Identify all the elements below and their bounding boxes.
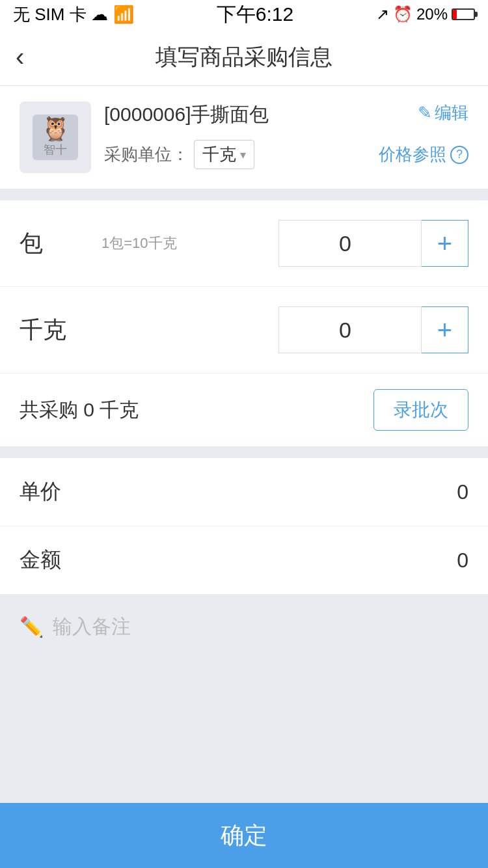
unit-label: 采购单位： [104,143,189,166]
quantity-section: 包 1包=10千克 + 千克 + [0,200,488,373]
amount-value: 0 [457,549,468,573]
bag-quantity-row: 包 1包=10千克 + [0,200,488,287]
bag-input-group: + [278,220,468,267]
logo-text: 智十 [44,142,67,157]
product-logo: 🦉 智十 [33,115,78,160]
wifi-icon: 📶 [113,5,134,25]
product-name: [0000006]手撕面包 [104,102,269,128]
amount-label: 金额 [20,546,61,575]
unit-price-label: 单价 [20,478,61,506]
batch-button[interactable]: 录批次 [373,389,468,431]
bag-label: 包 [20,228,98,260]
sim-label: 无 SIM 卡 ☁ [13,3,108,26]
back-button[interactable]: ‹ [16,42,24,72]
pencil-icon: ✏️ [20,616,44,638]
status-bar: 无 SIM 卡 ☁ 📶 下午6:12 ↗ ⏰ 20% [0,0,488,29]
product-unit-row: 采购单位： 千克 ▾ 价格参照 ? [104,140,468,169]
status-time: 下午6:12 [217,1,293,28]
status-right: ↗ ⏰ 20% [376,5,475,23]
battery-icon [452,8,475,20]
remark-section[interactable]: ✏️ 输入备注 [0,594,488,660]
price-section: 单价 0 金额 0 [0,458,488,594]
unit-select[interactable]: 千克 ▾ [194,140,254,169]
edit-label: 编辑 [435,102,468,124]
section-divider-2 [0,446,488,458]
plus-icon-2: + [437,316,452,345]
bag-plus-button[interactable]: + [422,220,468,267]
confirm-button[interactable]: 确定 [0,803,488,868]
bag-sublabel: 1包=10千克 [102,234,177,253]
product-header: [0000006]手撕面包 ✎ 编辑 [104,102,468,128]
battery-percent: 20% [416,5,448,23]
product-card: 🦉 智十 [0000006]手撕面包 ✎ 编辑 采购单位： 千克 ▾ 价格参照 … [0,86,488,189]
price-ref-label: 价格参照 [379,143,446,166]
product-info: [0000006]手撕面包 ✎ 编辑 采购单位： 千克 ▾ 价格参照 ? [104,102,468,169]
unit-select-text: 千克 [202,143,236,166]
kg-plus-button[interactable]: + [422,306,468,353]
edit-icon: ✎ [418,103,432,123]
price-ref-button[interactable]: 价格参照 ? [379,143,468,166]
edit-button[interactable]: ✎ 编辑 [418,102,468,124]
chevron-down-icon: ▾ [240,148,246,162]
plus-icon: + [437,229,452,258]
section-divider-1 [0,189,488,200]
alarm-icon: ⏰ [393,5,413,23]
kg-input-group: + [278,306,468,353]
total-text: 共采购 0 千克 [20,397,139,424]
location-icon: ↗ [376,5,389,23]
unit-price-value: 0 [457,480,468,504]
kg-quantity-row: 千克 + [0,287,488,373]
bag-quantity-input[interactable] [278,220,422,267]
kg-label: 千克 [20,314,98,346]
nav-bar: ‹ 填写商品采购信息 [0,29,488,86]
page-title: 填写商品采购信息 [156,42,332,72]
remark-placeholder: 输入备注 [53,614,131,640]
owl-icon: 🦉 [41,117,70,141]
kg-quantity-input[interactable] [278,306,422,353]
product-image: 🦉 智十 [20,102,91,173]
unit-price-row: 单价 0 [0,458,488,526]
status-left: 无 SIM 卡 ☁ 📶 [13,3,134,26]
amount-row: 金额 0 [0,526,488,594]
confirm-label: 确定 [221,820,267,852]
info-icon: ? [450,146,468,164]
total-row: 共采购 0 千克 录批次 [0,373,488,446]
